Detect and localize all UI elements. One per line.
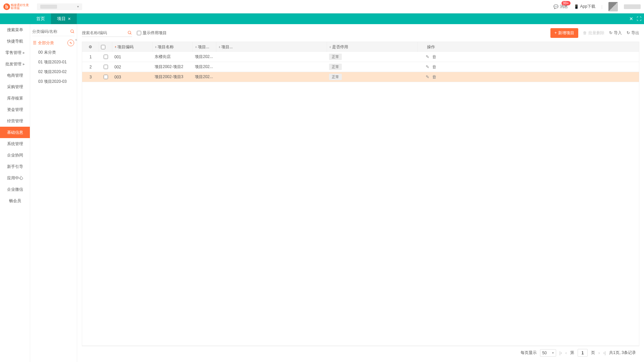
- column-3[interactable]: ▲▼项目...: [193, 42, 216, 52]
- page-last-button[interactable]: ›|: [603, 350, 606, 355]
- gear-icon: ⚙: [89, 45, 92, 49]
- sidebar-item-9[interactable]: 基础信息: [0, 127, 30, 138]
- sidebar-item-12[interactable]: 新手引导: [0, 161, 30, 172]
- sidebar-item-10[interactable]: 系统管理: [0, 138, 30, 149]
- category-search-input[interactable]: [32, 29, 70, 34]
- column-4[interactable]: ▲▼项目...: [216, 42, 327, 52]
- column-name[interactable]: ▲▼项目名称: [153, 42, 193, 52]
- sidebar-item-15[interactable]: 畅会员: [0, 195, 30, 206]
- app-download-button[interactable]: 📱 App下载: [574, 4, 595, 9]
- search-icon[interactable]: [70, 29, 75, 34]
- page-next-button[interactable]: ›: [598, 350, 600, 355]
- sidebar-item-label: 新手引导: [7, 164, 23, 170]
- search-box: [82, 29, 132, 37]
- tab-project[interactable]: 项目 ✕: [51, 13, 77, 24]
- edit-icon[interactable]: ✎: [426, 54, 429, 59]
- sidebar-item-2[interactable]: 零售管理▶: [0, 47, 30, 58]
- menu-icon: ☰: [33, 41, 37, 45]
- message-icon: 💬: [553, 4, 558, 9]
- show-disabled-checkbox[interactable]: 显示停用项目: [137, 30, 167, 36]
- category-item-3[interactable]: 03 项目2020-03: [32, 77, 75, 86]
- sidebar-item-label: 企业微信: [7, 187, 23, 192]
- row-checkbox[interactable]: [104, 75, 108, 79]
- plus-icon: +: [554, 31, 557, 35]
- sidebar-item-label: 批发管理: [5, 61, 21, 67]
- sidebar-item-4[interactable]: 电商管理: [0, 70, 30, 81]
- cell-ops: ✎🗑: [418, 62, 444, 72]
- sidebar-item-13[interactable]: 应用中心: [0, 172, 30, 184]
- column-status[interactable]: ▲▼是否停用: [327, 42, 418, 52]
- avatar[interactable]: [608, 2, 618, 11]
- close-all-icon[interactable]: ✕: [629, 16, 633, 21]
- row-index: 1: [82, 52, 99, 62]
- username-blur: [624, 4, 641, 9]
- column-code[interactable]: ▲▼项目编码: [112, 42, 153, 52]
- delete-icon[interactable]: 🗑: [432, 64, 436, 69]
- show-disabled-input[interactable]: [137, 31, 141, 35]
- page-prefix: 第: [570, 350, 574, 356]
- search-input[interactable]: [82, 29, 127, 37]
- status-badge: 正常: [329, 74, 342, 80]
- table-row[interactable]: 3003项目2002-项目3项目202...正常✎🗑: [82, 72, 639, 82]
- sidebar-item-label: 库存核算: [7, 96, 23, 101]
- messages-badge: 99+: [561, 1, 571, 5]
- sidebar-item-5[interactable]: 采购管理: [0, 81, 30, 93]
- checkbox-column: [99, 42, 112, 52]
- header-right: 💬 消息 99+ 📱 App下载 |: [553, 2, 641, 11]
- sidebar-item-0[interactable]: 搜索菜单: [0, 24, 30, 36]
- category-item-1[interactable]: 01 项目2020-01: [32, 57, 75, 67]
- add-project-button[interactable]: + 新增项目: [550, 28, 578, 38]
- company-selector[interactable]: ▾: [37, 3, 82, 10]
- row-checkbox[interactable]: [104, 65, 108, 69]
- collapse-panel-icon[interactable]: «: [75, 38, 77, 42]
- fullscreen-icon[interactable]: ⛶: [637, 16, 641, 21]
- category-all-label: 全部分类: [38, 40, 54, 46]
- import-button[interactable]: ↻ 导入: [609, 30, 622, 36]
- category-all[interactable]: ☰ 全部分类 ✎: [32, 38, 75, 48]
- trash-icon: 🗑: [583, 31, 587, 35]
- sidebar-item-1[interactable]: 快捷导航: [0, 36, 30, 47]
- settings-column[interactable]: ⚙: [82, 42, 99, 52]
- import-label: 导入: [614, 30, 622, 36]
- delete-icon[interactable]: 🗑: [432, 74, 436, 79]
- sidebar-item-6[interactable]: 库存核算: [0, 93, 30, 104]
- caret-icon: ▶: [23, 51, 25, 54]
- category-item-0[interactable]: 00 未分类: [32, 48, 75, 57]
- tab-home[interactable]: 首页: [30, 13, 51, 24]
- table-header-row: ⚙ ▲▼项目编码 ▲▼项目名称 ▲▼项目... ▲▼项目... ▲▼是否停用 操…: [82, 42, 639, 52]
- sidebar-item-label: 搜索菜单: [7, 27, 23, 33]
- delete-icon[interactable]: 🗑: [432, 54, 436, 59]
- category-item-2[interactable]: 02 项目2020-02: [32, 67, 75, 77]
- close-icon[interactable]: ✕: [68, 17, 71, 21]
- sort-icon: ▲▼: [218, 46, 221, 48]
- page-input[interactable]: [578, 349, 588, 357]
- sidebar-item-7[interactable]: 资金管理: [0, 104, 30, 115]
- sidebar-item-label: 零售管理: [5, 50, 21, 56]
- show-disabled-label: 显示停用项目: [143, 30, 167, 36]
- page-first-button[interactable]: |‹: [559, 350, 562, 355]
- table-row[interactable]: 2002项目2002-项目2项目202...正常✎🗑: [82, 62, 639, 72]
- per-page-select[interactable]: 50 ▾: [540, 349, 556, 357]
- messages-button[interactable]: 💬 消息 99+: [553, 4, 568, 9]
- sidebar-item-8[interactable]: 经营管理: [0, 115, 30, 127]
- cell-ops: ✎🗑: [418, 72, 444, 82]
- cell-3: 项目202...: [193, 52, 216, 62]
- search-icon[interactable]: [127, 31, 132, 35]
- per-page-label: 每页显示: [521, 350, 537, 356]
- sidebar-item-14[interactable]: 企业微信: [0, 184, 30, 195]
- top-header: b 畅捷通好生意 标准版 ▾ 💬 消息 99+ 📱 App下载 |: [0, 0, 644, 13]
- sort-icon: ▲▼: [114, 46, 117, 48]
- export-button[interactable]: ↻ 导出: [627, 30, 639, 36]
- sidebar-item-3[interactable]: 批发管理▶: [0, 58, 30, 70]
- row-checkbox[interactable]: [104, 55, 108, 59]
- add-project-label: 新增项目: [558, 30, 574, 36]
- select-all-checkbox[interactable]: [101, 45, 105, 49]
- edit-icon[interactable]: ✎: [426, 74, 429, 79]
- table-row[interactable]: 1001东楼街店项目202...正常✎🗑: [82, 52, 639, 62]
- edit-icon[interactable]: ✎: [426, 64, 429, 69]
- page-prev-button[interactable]: ‹: [566, 350, 567, 355]
- category-edit-button[interactable]: ✎: [67, 40, 74, 46]
- sidebar-item-11[interactable]: 企业协同: [0, 149, 30, 161]
- tab-bar: 首页 项目 ✕ ✕ ⛶: [0, 13, 644, 24]
- batch-delete-button: 🗑 批量删除: [583, 30, 604, 36]
